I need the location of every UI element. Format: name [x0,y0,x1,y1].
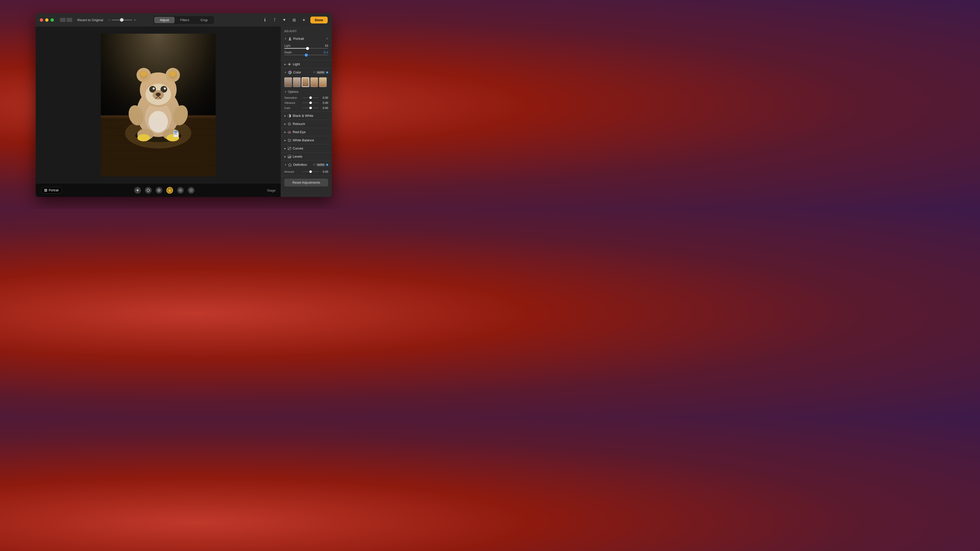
reset-adjustments-button[interactable]: Reset Adjustments [284,179,328,186]
section-retouch-header[interactable]: ▶ Retouch [281,120,332,128]
definition-reset-icon[interactable]: ↺ [313,163,315,166]
sparkle-button[interactable]: ✦ [301,17,306,22]
light-value: 53 [325,44,328,47]
circle-icon-btn[interactable] [145,187,151,194]
retouch-title: Retouch [293,122,328,126]
close-button[interactable] [40,18,43,22]
zoom-slider[interactable]: − + [108,18,136,22]
cast-handle[interactable] [309,106,312,109]
color-thumb-5[interactable] [319,77,327,87]
vibrance-handle[interactable] [309,102,312,104]
amount-value: 0.00 [321,170,328,173]
vibrance-slider[interactable] [302,103,318,103]
done-button[interactable]: Done [310,17,328,24]
definition-icon [288,163,292,167]
curves-chevron: ▶ [284,147,286,150]
circle2-icon-btn[interactable] [156,187,162,194]
section-curves-header[interactable]: ▶ Curves [281,144,332,152]
redeye-chevron: ▶ [284,131,286,133]
minus-icon: − [108,18,110,22]
gear-icon [179,189,182,192]
portrait-badge-label: Portrait [49,189,59,192]
bear-photo [101,34,216,176]
revert-button[interactable]: Revert to Original [77,18,103,22]
star-icon-btn[interactable] [166,187,173,194]
amount-handle[interactable] [309,170,312,173]
depth-handle[interactable] [305,54,308,57]
color-section-icon [288,71,292,74]
definition-title: Definition [293,163,311,167]
light-chevron: ▶ [284,63,286,65]
grid-icon: ⊞ [293,17,296,22]
section-portrait-header[interactable]: ▼ Portrait ↺ [281,35,332,43]
depth-slider[interactable] [284,55,328,56]
minimize-button[interactable] [45,18,48,22]
bw-chevron: ▶ [284,114,286,117]
section-curves: ▶ Curves [281,144,332,152]
section-wb-header[interactable]: ▶ White Balance [281,136,332,144]
sun-icon-btn[interactable] [134,187,141,194]
circle3-icon-btn[interactable] [188,187,194,194]
section-portrait: ▼ Portrait ↺ Light 53 [281,35,332,60]
section-color: ▼ Color ↺ AUTO [281,68,332,112]
section-definition: ▼ Definition ↺ AUTO Amount [281,161,332,176]
color-reset-icon[interactable]: ↺ [313,71,315,74]
info-icon: ℹ [264,17,266,22]
section-redeye-header[interactable]: ▶ Red-Eye [281,128,332,136]
tab-filters[interactable]: Filters [175,17,195,23]
definition-auto-badge: AUTO [316,163,325,166]
zoom-thumb[interactable] [120,18,124,22]
light-slider[interactable] [284,48,328,49]
definition-amount-row: Amount 0.00 [281,168,332,176]
section-definition-header[interactable]: ▼ Definition ↺ AUTO [281,161,332,168]
definition-actions: ↺ AUTO [313,163,328,166]
heart-button[interactable]: ♥ [282,17,287,22]
traffic-lights [40,18,54,22]
color-thumb-2[interactable] [293,77,301,87]
light-section-icon [288,62,291,66]
light-label: Light [284,44,290,47]
tab-crop[interactable]: Crop [195,17,213,23]
section-light-header[interactable]: ▶ Light [281,60,332,68]
options-header[interactable]: ▼ Options [281,89,332,95]
color-thumb-4[interactable] [310,77,318,87]
saturation-handle[interactable] [309,97,312,99]
share-button[interactable]: ⤴ [272,17,277,22]
color-thumb-3[interactable] [302,77,309,87]
svg-marker-74 [288,163,292,167]
stage-label: Stage [267,189,275,192]
tab-adjust[interactable]: Adjust [154,17,175,23]
section-bw-header[interactable]: ▶ Black & White [281,112,332,120]
levels-chevron: ▶ [284,156,286,158]
section-levels-header[interactable]: ▶ Levels [281,152,332,160]
portrait-reset-icon[interactable]: ↺ [326,37,328,40]
cast-slider[interactable] [302,108,318,108]
cast-label: Cast [284,106,301,110]
sparkle-icon: ✦ [302,17,305,22]
circle2-icon [157,189,161,192]
section-retouch: ▶ Retouch [281,120,332,128]
info-button[interactable]: ℹ [262,17,267,22]
section-blackwhite: ▶ Black & White [281,112,332,120]
redeye-title: Red-Eye [293,130,328,134]
light-handle[interactable] [306,47,309,50]
portrait-icon [288,37,292,41]
bw-icon [288,114,291,118]
split-view-button[interactable] [67,18,72,22]
portrait-badge[interactable]: 🖼 Portrait [41,187,62,194]
section-levels: ▶ Levels [281,152,332,161]
single-view-button[interactable] [60,18,65,22]
maximize-button[interactable] [51,18,54,22]
vibrance-label: Vibrance [284,101,301,104]
svg-point-51 [190,189,192,192]
photo-canvas [101,34,216,176]
saturation-slider[interactable] [302,97,318,98]
color-thumb-1[interactable] [284,77,292,87]
grid-button[interactable]: ⊞ [291,17,297,22]
zoom-track[interactable] [112,20,132,21]
cast-row: Cast 0.00 [281,105,332,111]
svg-point-64 [289,132,290,133]
gear-icon-btn[interactable] [177,187,184,194]
amount-slider[interactable] [302,171,318,172]
section-color-header[interactable]: ▼ Color ↺ AUTO [281,68,332,76]
